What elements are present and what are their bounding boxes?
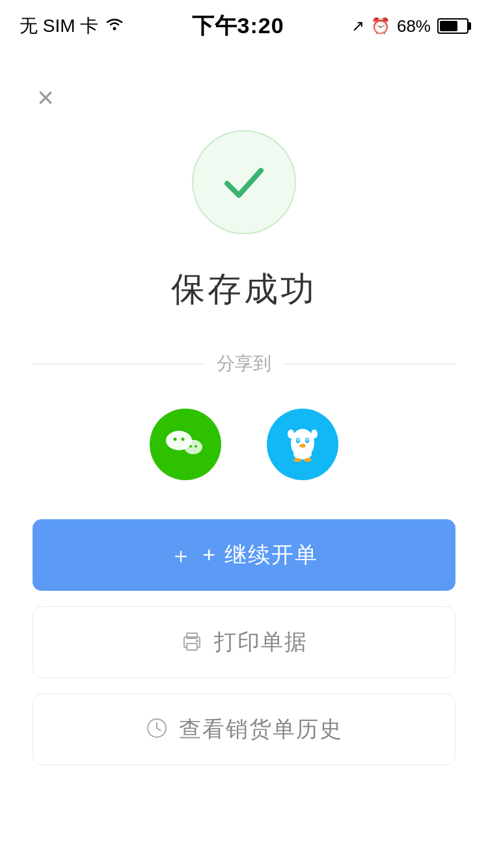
- status-bar: 无 SIM 卡 下午3:20 ↗ ⏰ 68%: [0, 0, 488, 52]
- svg-point-16: [288, 429, 294, 439]
- qq-share-button[interactable]: [267, 409, 338, 480]
- print-button[interactable]: 打印单据: [33, 606, 455, 678]
- location-icon: ↗: [351, 17, 364, 35]
- history-label: 查看销货单历史: [179, 714, 343, 744]
- share-section: 分享到: [33, 351, 455, 480]
- battery-fill: [440, 21, 457, 31]
- svg-point-14: [293, 458, 301, 462]
- svg-point-15: [304, 458, 312, 462]
- svg-point-12: [299, 444, 306, 448]
- wechat-share-button[interactable]: [150, 409, 221, 480]
- print-label: 打印单据: [214, 627, 308, 657]
- plus-icon: ＋: [170, 544, 192, 566]
- svg-point-5: [189, 445, 192, 448]
- no-sim-label: 无 SIM 卡: [20, 14, 98, 38]
- status-right: ↗ ⏰ 68%: [351, 16, 468, 36]
- history-icon: [145, 716, 169, 743]
- svg-point-21: [196, 640, 198, 642]
- close-icon: ×: [37, 83, 54, 112]
- main-content: × 保存成功 分享到: [0, 52, 488, 868]
- printer-icon: [180, 629, 204, 656]
- svg-point-2: [184, 440, 202, 454]
- status-left: 无 SIM 卡: [20, 14, 124, 38]
- share-icons: [33, 409, 455, 480]
- continue-label: + 继续开单: [202, 540, 318, 570]
- checkmark-icon: [218, 156, 270, 208]
- alarm-icon: ⏰: [371, 17, 390, 35]
- battery-percent: 68%: [397, 16, 431, 36]
- svg-point-11: [306, 439, 308, 441]
- svg-point-3: [174, 438, 177, 441]
- status-time: 下午3:20: [192, 11, 284, 41]
- svg-rect-19: [187, 644, 197, 650]
- action-buttons: ＋ + 继续开单 打印单据 查看销货单历: [33, 519, 455, 765]
- success-area: 保存成功: [33, 130, 455, 312]
- svg-point-0: [113, 27, 116, 31]
- continue-button[interactable]: ＋ + 继续开单: [33, 519, 455, 591]
- svg-point-10: [297, 439, 299, 441]
- wechat-icon: [163, 422, 208, 467]
- svg-point-6: [195, 445, 197, 448]
- svg-point-13: [293, 449, 312, 459]
- battery-icon: [437, 18, 468, 34]
- success-title: 保存成功: [171, 267, 317, 312]
- svg-point-17: [311, 429, 318, 439]
- share-divider: 分享到: [33, 351, 455, 376]
- qq-icon: [282, 424, 324, 466]
- share-label: 分享到: [204, 351, 284, 376]
- svg-point-4: [182, 438, 185, 441]
- wifi-icon: [105, 16, 124, 36]
- history-button[interactable]: 查看销货单历史: [33, 694, 455, 765]
- close-button[interactable]: ×: [26, 78, 65, 117]
- success-circle: [192, 130, 296, 234]
